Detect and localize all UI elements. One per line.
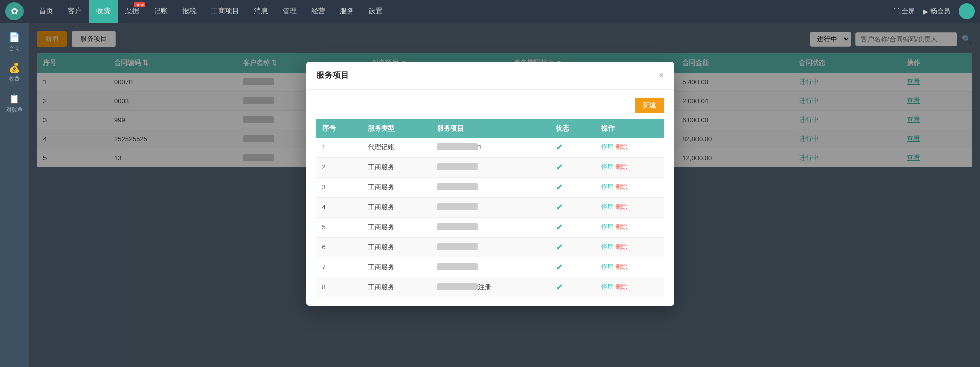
active-icon: ✔ bbox=[556, 142, 563, 153]
nav-bizproject[interactable]: 工商项目 bbox=[204, 0, 247, 23]
modal-cell-action[interactable]: 停用 删除 bbox=[595, 177, 664, 197]
item-suffix: 注册 bbox=[478, 283, 491, 291]
nav-operation[interactable]: 经营 bbox=[304, 0, 333, 23]
nav-bookkeeping[interactable]: 记账 bbox=[146, 0, 175, 23]
modal-cell-status: ✔ bbox=[550, 177, 595, 197]
member-button[interactable]: ▶ 畅会员 bbox=[923, 7, 950, 16]
delete-button[interactable]: 删除 bbox=[615, 203, 627, 211]
nav-tax[interactable]: 报税 bbox=[175, 0, 204, 23]
delete-button[interactable]: 删除 bbox=[615, 183, 627, 191]
modal-table-row: 5 工商服务 ✔ 停用 删除 bbox=[316, 217, 664, 237]
stop-button[interactable]: 停用 bbox=[601, 143, 614, 152]
fullscreen-button[interactable]: ⛶ 全屏 bbox=[893, 7, 915, 16]
modal-table-row: 4 工商服务 ✔ 停用 删除 bbox=[316, 197, 664, 217]
nav-message[interactable]: 消息 bbox=[247, 0, 275, 23]
blurred-item bbox=[437, 163, 478, 170]
blurred-item bbox=[437, 203, 478, 210]
item-suffix: 1 bbox=[478, 143, 482, 151]
modal-cell-action[interactable]: 停用 删除 bbox=[595, 138, 664, 158]
modal-new-button[interactable]: 新建 bbox=[635, 98, 664, 113]
sidebar-item-charge[interactable]: 💰 收费 bbox=[0, 58, 29, 87]
blurred-item bbox=[437, 283, 478, 290]
modal-table-row: 7 工商服务 ✔ 停用 删除 bbox=[316, 257, 664, 277]
modal-cell-index: 1 bbox=[316, 138, 362, 158]
stop-button[interactable]: 停用 bbox=[601, 283, 614, 291]
app-logo: ✿ bbox=[5, 2, 24, 20]
modal-cell-index: 6 bbox=[316, 237, 362, 257]
modal-cell-status: ✔ bbox=[550, 138, 595, 158]
active-icon: ✔ bbox=[556, 202, 563, 212]
nav-customer[interactable]: 客户 bbox=[60, 0, 89, 23]
user-avatar[interactable] bbox=[959, 3, 975, 19]
modal-close-button[interactable]: × bbox=[659, 70, 664, 81]
modal-col-type: 服务类型 bbox=[362, 119, 431, 138]
modal-cell-action[interactable]: 停用 删除 bbox=[595, 157, 664, 177]
modal-cell-action[interactable]: 停用 删除 bbox=[595, 237, 664, 257]
modal-cell-index: 4 bbox=[316, 197, 362, 217]
modal-table-row: 8 工商服务 注册 ✔ 停用 删除 bbox=[316, 277, 664, 297]
active-icon: ✔ bbox=[556, 262, 563, 272]
modal-cell-action[interactable]: 停用 删除 bbox=[595, 197, 664, 217]
stop-button[interactable]: 停用 bbox=[601, 203, 614, 211]
stop-button[interactable]: 停用 bbox=[601, 183, 614, 191]
nav-manage[interactable]: 管理 bbox=[275, 0, 304, 23]
modal-cell-type: 工商服务 bbox=[362, 257, 431, 277]
modal-cell-type: 工商服务 bbox=[362, 277, 431, 297]
top-navigation: ✿ 首页 客户 收费 票据 new 记账 报税 工商项目 消息 管理 经营 服务… bbox=[0, 0, 980, 23]
fullscreen-icon: ⛶ bbox=[893, 8, 900, 15]
nav-invoice[interactable]: 票据 new bbox=[118, 0, 146, 23]
contract-icon: 📄 bbox=[9, 32, 20, 43]
left-sidebar: 📄 合同 💰 收费 📋 对账单 bbox=[0, 23, 29, 367]
delete-button[interactable]: 删除 bbox=[615, 243, 627, 251]
modal-cell-action[interactable]: 停用 删除 bbox=[595, 257, 664, 277]
modal-cell-status: ✔ bbox=[550, 197, 595, 217]
modal-body: 新建 序号 服务类型 服务项目 状态 操作 1 代理记账 1 ✔ 停用 删除 bbox=[306, 90, 674, 306]
blurred-item bbox=[437, 183, 478, 190]
modal-cell-index: 2 bbox=[316, 157, 362, 177]
delete-button[interactable]: 删除 bbox=[615, 223, 627, 231]
delete-button[interactable]: 删除 bbox=[615, 163, 627, 171]
sidebar-item-statement[interactable]: 📋 对账单 bbox=[0, 89, 29, 118]
modal-cell-action[interactable]: 停用 删除 bbox=[595, 277, 664, 297]
stop-button[interactable]: 停用 bbox=[601, 243, 614, 251]
service-modal: 服务项目 × 新建 序号 服务类型 服务项目 状态 操作 1 代理记账 1 bbox=[306, 62, 674, 306]
modal-cell-type: 工商服务 bbox=[362, 197, 431, 217]
modal-cell-type: 工商服务 bbox=[362, 237, 431, 257]
stop-button[interactable]: 停用 bbox=[601, 263, 614, 271]
delete-button[interactable]: 删除 bbox=[615, 283, 627, 291]
nav-settings[interactable]: 设置 bbox=[361, 0, 390, 23]
modal-cell-status: ✔ bbox=[550, 277, 595, 297]
modal-cell-status: ✔ bbox=[550, 217, 595, 237]
delete-button[interactable]: 删除 bbox=[615, 263, 627, 271]
nav-charge[interactable]: 收费 bbox=[89, 0, 118, 23]
charge-icon: 💰 bbox=[9, 62, 20, 74]
modal-cell-status: ✔ bbox=[550, 157, 595, 177]
modal-col-status: 状态 bbox=[550, 119, 595, 138]
blurred-item bbox=[437, 223, 478, 230]
modal-cell-item bbox=[431, 197, 550, 217]
nav-home[interactable]: 首页 bbox=[32, 0, 60, 23]
modal-title: 服务项目 bbox=[316, 70, 349, 81]
statement-icon: 📋 bbox=[9, 93, 20, 104]
service-table: 序号 服务类型 服务项目 状态 操作 1 代理记账 1 ✔ 停用 删除 2 工商… bbox=[316, 119, 664, 297]
stop-button[interactable]: 停用 bbox=[601, 223, 614, 231]
modal-cell-status: ✔ bbox=[550, 237, 595, 257]
modal-cell-item bbox=[431, 257, 550, 277]
member-icon: ▶ bbox=[923, 8, 928, 15]
modal-cell-index: 8 bbox=[316, 277, 362, 297]
modal-table-row: 1 代理记账 1 ✔ 停用 删除 bbox=[316, 138, 664, 158]
modal-cell-index: 7 bbox=[316, 257, 362, 277]
modal-cell-item bbox=[431, 217, 550, 237]
delete-button[interactable]: 删除 bbox=[615, 143, 627, 152]
sidebar-item-contract[interactable]: 📄 合同 bbox=[0, 28, 29, 56]
modal-toolbar: 新建 bbox=[316, 98, 664, 113]
modal-col-index: 序号 bbox=[316, 119, 362, 138]
modal-cell-action[interactable]: 停用 删除 bbox=[595, 217, 664, 237]
modal-cell-type: 工商服务 bbox=[362, 157, 431, 177]
modal-cell-type: 工商服务 bbox=[362, 177, 431, 197]
blurred-item bbox=[437, 143, 478, 150]
modal-header: 服务项目 × bbox=[306, 62, 674, 90]
stop-button[interactable]: 停用 bbox=[601, 163, 614, 171]
nav-service[interactable]: 服务 bbox=[333, 0, 361, 23]
modal-cell-index: 3 bbox=[316, 177, 362, 197]
